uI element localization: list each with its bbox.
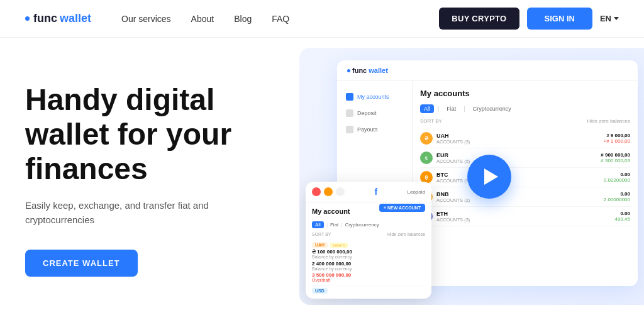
- sidebar-label-deposit: Deposit: [357, 110, 377, 116]
- table-row: ₿ BTC ACCOUNTS (3) 0.00 0.02200000: [420, 168, 630, 187]
- sidebar-item-payouts[interactable]: Payouts: [337, 121, 412, 138]
- sidebar-item-my-accounts[interactable]: My accounts: [337, 89, 412, 105]
- sign-in-button[interactable]: SIGN IN: [527, 8, 592, 30]
- uah-badge: UAH: [312, 242, 328, 248]
- table-row: B BNB ACCOUNTS (2) 0.00 2.00000000: [420, 187, 630, 207]
- mobile-tab-all[interactable]: All: [312, 221, 324, 228]
- logo-func: func: [33, 12, 57, 25]
- nav-faq[interactable]: FAQ: [272, 14, 289, 24]
- mobile-tab-crypto[interactable]: Cryptocurrency: [345, 222, 379, 228]
- sub-label-2: Overdraft: [312, 278, 425, 282]
- mobile-icon-orange: [324, 187, 333, 196]
- mobile-tabs: All | Fiat | Cryptocurrency: [312, 221, 425, 228]
- desktop-main-title: My accounts: [420, 89, 630, 98]
- new-account-button[interactable]: + NEW ACCOUNT: [379, 204, 425, 212]
- desktop-logo: funcwallet: [347, 67, 388, 74]
- sort-label: SORT BY: [420, 118, 442, 124]
- mobile-logo-letter: f: [374, 187, 377, 197]
- mobile-header: f Leopold: [306, 182, 431, 202]
- mobile-sort-label: SORT BY: [312, 232, 331, 236]
- sub-label-1: Balance by currency: [312, 267, 425, 271]
- usd-badge: USD: [312, 288, 328, 294]
- balance-label: Balance by currency: [312, 255, 425, 259]
- level-badge: Level 1: [330, 243, 347, 248]
- nav-blog[interactable]: Blog: [234, 14, 252, 24]
- desktop-main-area: My accounts All | Fiat | Cryptocurrency …: [413, 81, 638, 284]
- desktop-logo-func: func: [352, 67, 367, 74]
- desktop-sort-row: SORT BY Hide zero balances: [420, 118, 630, 124]
- logo-dot: [25, 16, 30, 21]
- mobile-user-label: Leopold: [408, 189, 425, 195]
- nav-links: Our services About Blog FAQ: [121, 13, 439, 25]
- tab-all[interactable]: All: [420, 104, 434, 113]
- language-selector[interactable]: EN: [600, 14, 619, 23]
- deposit-icon: [346, 109, 353, 117]
- sidebar-label-accounts: My accounts: [357, 94, 389, 100]
- sub-amount-1: 2 400 000 000,00: [312, 261, 425, 267]
- uah-icon: ₴: [420, 132, 433, 145]
- accounts-icon: [346, 93, 353, 101]
- mobile-tab-fiat[interactable]: Fiat: [330, 222, 338, 228]
- usd-row: USD: [312, 288, 425, 294]
- mobile-icon-red: [312, 187, 321, 196]
- mobile-title: My account: [312, 207, 350, 215]
- table-row: € EUR ACCOUNTS (5) # 900 000,00 # 300 00…: [420, 148, 630, 168]
- hero-subtitle: Easily keep, exchange, and transfer fiat…: [25, 199, 226, 227]
- logo-wallet: wallet: [60, 12, 91, 25]
- play-button[interactable]: [467, 155, 511, 199]
- sidebar-label-payouts: Payouts: [357, 126, 378, 133]
- mobile-sort-row: SORT BY Hide zero balances: [312, 232, 425, 236]
- mobile-uah-row: UAH Level 1 ₴ 100 000 000,00 Balance by …: [312, 240, 425, 285]
- desktop-logo-wallet: wallet: [369, 67, 388, 74]
- mobile-body: My account + NEW ACCOUNT All | Fiat | Cr…: [306, 202, 431, 299]
- tab-crypto[interactable]: Cryptocurrency: [469, 104, 515, 113]
- uah-main-amount: ₴ 100 000 000,00: [312, 249, 425, 255]
- sidebar-item-deposit[interactable]: Deposit: [337, 105, 412, 121]
- eur-icon: €: [420, 152, 433, 164]
- sub-amount-2: 3 500 000 000,00: [312, 272, 425, 278]
- table-row: ₴ UAH ACCOUNTS (3) # 9 000,00 +# 1 000,0…: [420, 129, 630, 148]
- desktop-tabs: All | Fiat | Cryptocurrency: [420, 104, 630, 113]
- desktop-header: funcwallet: [337, 60, 638, 81]
- buy-crypto-button[interactable]: BUY CRYPTO: [439, 8, 519, 30]
- mobile-mockup: f Leopold My account + NEW ACCOUNT All |…: [306, 182, 431, 299]
- tab-fiat[interactable]: Fiat: [443, 104, 460, 113]
- hide-zero-label: Hide zero balances: [587, 118, 630, 124]
- mobile-icon-grey: [336, 187, 345, 196]
- nav-right: BUY CRYPTO SIGN IN EN: [439, 8, 619, 30]
- mobile-logo: f: [374, 187, 377, 197]
- hero-left: Handy digital wallet for your finances E…: [0, 38, 289, 315]
- hero-title: Handy digital wallet for your finances: [25, 82, 264, 187]
- lang-label: EN: [600, 14, 611, 23]
- create-wallet-button[interactable]: CREATE WALLET: [25, 250, 138, 277]
- chevron-down-icon: [614, 17, 619, 20]
- mobile-hide-zero: Hide zero balances: [387, 232, 425, 236]
- desktop-logo-dot: [347, 69, 350, 72]
- play-triangle-icon: [484, 169, 498, 185]
- main-content: Handy digital wallet for your finances E…: [0, 38, 644, 315]
- hero-right: funcwallet My accounts Deposit Payouts: [299, 48, 644, 305]
- nav-our-services[interactable]: Our services: [121, 14, 171, 24]
- table-row: Ξ ETH ACCOUNTS (3) 0.00 499.45: [420, 207, 630, 226]
- logo[interactable]: funcwallet: [25, 12, 91, 25]
- payouts-icon: [346, 126, 353, 133]
- navbar: funcwallet Our services About Blog FAQ B…: [0, 0, 644, 38]
- nav-about[interactable]: About: [191, 14, 214, 24]
